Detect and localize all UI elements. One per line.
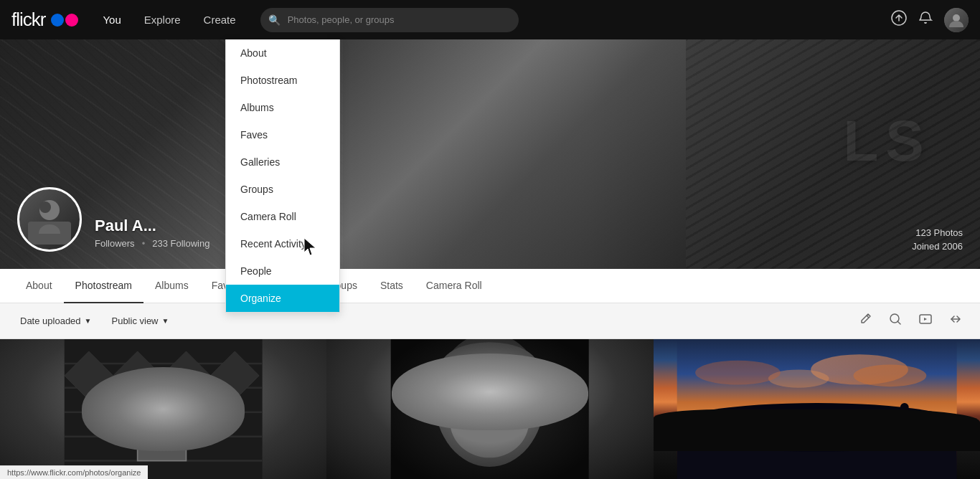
- svg-point-30: [434, 357, 471, 418]
- svg-point-14: [138, 397, 187, 458]
- dropdown-albums[interactable]: Albums: [226, 94, 339, 121]
- svg-point-28: [447, 345, 532, 442]
- status-bar: https://www.flickr.com/photos/organize: [0, 465, 148, 479]
- svg-rect-43: [677, 425, 956, 479]
- svg-point-23: [133, 429, 148, 439]
- photo-3-inner: [654, 339, 980, 479]
- photo-tile-2[interactable]: [326, 339, 653, 479]
- profile-name: Paul A...: [95, 217, 209, 235]
- logo-text: flickr: [11, 9, 45, 31]
- navbar-right: [891, 8, 969, 32]
- nav-links: You Explore Create: [93, 9, 245, 30]
- photo-tile-1[interactable]: [0, 339, 326, 479]
- flickr-dots: [51, 14, 78, 27]
- svg-point-45: [664, 403, 969, 452]
- svg-point-20: [146, 403, 176, 440]
- svg-point-4: [39, 201, 51, 213]
- profile-meta-following: 233 Following: [152, 238, 209, 249]
- svg-point-1: [953, 14, 960, 22]
- filter-left: Date uploaded ▼ Public view ▼: [14, 312, 174, 330]
- photo-2-inner: [326, 339, 653, 479]
- profile-info-overlay: Paul A... Followers • 233 Following: [0, 187, 980, 269]
- dropdown-galleries[interactable]: Galleries: [226, 148, 339, 176]
- dot-pink-icon: [65, 14, 78, 27]
- svg-point-24: [178, 429, 192, 439]
- nav-create[interactable]: Create: [194, 9, 246, 30]
- profile-stats-right: 123 Photos Joined 2006: [912, 227, 963, 252]
- svg-point-34: [500, 389, 512, 398]
- photos-count: 123 Photos: [912, 227, 963, 238]
- dropdown-camera-roll[interactable]: Camera Roll: [226, 203, 339, 230]
- dropdown-about[interactable]: About: [226, 39, 339, 67]
- tab-albums[interactable]: Albums: [143, 269, 200, 303]
- svg-rect-19: [138, 400, 187, 461]
- dropdown-groups[interactable]: Groups: [226, 176, 339, 203]
- slideshow-icon[interactable]: [915, 309, 936, 333]
- dropdown-people[interactable]: People: [226, 257, 339, 285]
- secondary-nav: About Photostream Albums Faves Galleries…: [0, 269, 980, 303]
- svg-rect-48: [892, 417, 897, 430]
- svg-point-42: [768, 417, 865, 435]
- share-icon[interactable]: [946, 309, 966, 333]
- svg-point-44: [756, 421, 878, 433]
- svg-rect-17: [153, 368, 174, 379]
- cover-area: LS Paul A... Followers • 233 Following 1…: [0, 39, 980, 269]
- public-view-label: Public view: [111, 316, 158, 326]
- search-input[interactable]: [260, 8, 519, 32]
- dropdown-recent-activity[interactable]: Recent Activity: [226, 230, 339, 257]
- svg-point-16: [146, 371, 180, 381]
- public-view-filter[interactable]: Public view ▼: [105, 312, 174, 330]
- svg-point-15: [148, 373, 178, 403]
- profile-avatar-large: [17, 187, 82, 252]
- dot-blue-icon: [51, 14, 64, 27]
- svg-point-31: [509, 357, 546, 418]
- svg-point-49: [891, 412, 898, 419]
- svg-point-18: [154, 394, 172, 406]
- filter-bar: Date uploaded ▼ Public view ▼: [0, 303, 980, 339]
- navbar: flickr You Explore Create 🔍: [0, 0, 980, 39]
- svg-point-33: [467, 389, 479, 398]
- svg-rect-46: [902, 409, 907, 427]
- search-icon: 🔍: [268, 14, 281, 26]
- dropdown-organize[interactable]: Organize: [226, 285, 339, 312]
- svg-rect-35: [391, 339, 589, 479]
- profile-meta-followers: Followers: [95, 238, 135, 249]
- photo-tile-3[interactable]: [654, 339, 980, 479]
- dropdown-faves[interactable]: Faves: [226, 121, 339, 148]
- profile-meta: Followers • 233 Following: [95, 238, 209, 249]
- date-chevron-icon: ▼: [85, 317, 92, 325]
- photo-grid: [0, 339, 980, 479]
- dropdown-photostream[interactable]: Photostream: [226, 67, 339, 94]
- bell-icon[interactable]: [918, 11, 933, 29]
- nav-you[interactable]: You: [93, 9, 131, 30]
- search-photos-icon[interactable]: [885, 309, 905, 333]
- avatar[interactable]: [944, 8, 969, 32]
- svg-point-47: [900, 403, 908, 412]
- tab-camera-roll[interactable]: Camera Roll: [415, 269, 494, 303]
- date-uploaded-label: Date uploaded: [20, 316, 81, 326]
- tab-stats[interactable]: Stats: [369, 269, 415, 303]
- svg-point-22: [150, 420, 174, 435]
- logo[interactable]: flickr: [11, 9, 78, 31]
- svg-point-38: [853, 365, 926, 387]
- dropdown-menu: About Photostream Albums Faves Galleries…: [225, 39, 340, 313]
- upload-icon[interactable]: [891, 10, 907, 29]
- joined-date: Joined 2006: [912, 241, 963, 252]
- svg-point-40: [695, 361, 781, 385]
- public-view-chevron-icon: ▼: [162, 317, 169, 325]
- nav-explore[interactable]: Explore: [134, 9, 191, 30]
- tab-about[interactable]: About: [14, 269, 64, 303]
- filter-right: [855, 309, 966, 333]
- search-bar: 🔍: [260, 8, 877, 32]
- svg-point-41: [744, 408, 890, 438]
- edit-icon[interactable]: [855, 309, 875, 333]
- svg-point-21: [153, 404, 171, 427]
- date-uploaded-filter[interactable]: Date uploaded ▼: [14, 312, 97, 330]
- tab-photostream[interactable]: Photostream: [64, 269, 143, 303]
- status-url: https://www.flickr.com/photos/organize: [7, 468, 141, 477]
- photo-1-inner: [0, 339, 326, 479]
- profile-text-info: Paul A... Followers • 233 Following: [95, 217, 209, 252]
